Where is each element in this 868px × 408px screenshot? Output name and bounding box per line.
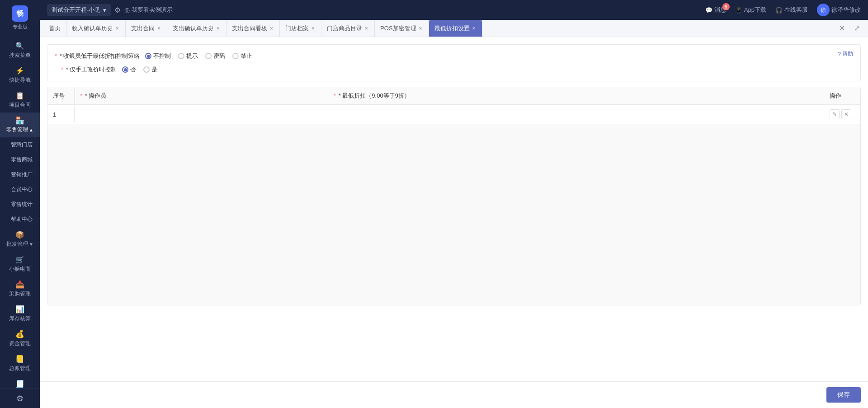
purchase-icon: 📥: [15, 280, 24, 289]
header-left: 测试分开开程-小见 ▾ ⚙ ◎ 我要看实例演示: [47, 4, 705, 16]
page-content: ? 帮助 * * 收银员低于最低折扣控制策略 不控制: [40, 37, 868, 381]
sidebar-item-help[interactable]: 帮助中心: [0, 212, 40, 227]
sidebar-item-member[interactable]: 会员中心: [0, 182, 40, 197]
tab-payment-contract-label: 支出合同: [131, 24, 155, 33]
tab-store-archive-close[interactable]: ×: [311, 24, 316, 33]
tab-store-archive-label: 门店档案: [285, 24, 309, 33]
sidebar-item-ledger[interactable]: 📒 总账管理: [0, 351, 40, 376]
sidebar-item-help-label: 帮助中心: [11, 216, 33, 223]
sidebar-item-ecommerce[interactable]: 🛒 小畅电商: [0, 252, 40, 277]
logo-subtext: 专业版: [13, 23, 28, 30]
tab-close-all-icon[interactable]: ✕: [836, 23, 848, 33]
radio-password-label: 密码: [213, 52, 225, 60]
sidebar-item-shortcut[interactable]: ⚡ 快捷导航: [0, 63, 40, 88]
radio-no-control[interactable]: 不控制: [145, 52, 171, 60]
radio-no-control-circle: [145, 53, 151, 59]
tab-store-archive[interactable]: 门店档案 ×: [280, 20, 321, 37]
radio-password[interactable]: 密码: [205, 52, 225, 60]
message-icon: 💬: [705, 7, 712, 14]
sidebar-item-online-shop[interactable]: 零售商城: [0, 152, 40, 167]
tab-payment-contract-close[interactable]: ×: [156, 24, 161, 33]
app-download-action[interactable]: 📱 App下载: [735, 6, 766, 14]
project-dropdown-icon: ▾: [103, 7, 106, 14]
discount-required: *: [334, 92, 336, 99]
tab-payment-history-close[interactable]: ×: [216, 24, 221, 33]
tab-payment-contract[interactable]: 支出合同 ×: [126, 20, 167, 37]
sidebar-item-finance[interactable]: 💰 资金管理: [0, 326, 40, 351]
radio-forbid[interactable]: 禁止: [232, 52, 252, 60]
tab-store-catalog[interactable]: 门店商品目录 ×: [321, 20, 375, 37]
download-icon: 📱: [735, 7, 742, 14]
row-edit-button[interactable]: ✎: [830, 109, 840, 119]
message-badge: 8: [722, 3, 730, 10]
current-project-selector[interactable]: 测试分开开程-小见 ▾: [47, 4, 111, 16]
sidebar-item-project[interactable]: 📋 项目合同: [0, 88, 40, 113]
table-header: 序号 * * 操作员 * * 最低折扣（9.00等于9折） 操作: [47, 87, 860, 105]
sidebar-item-stats[interactable]: 零售统计: [0, 197, 40, 212]
tab-income-history[interactable]: 收入确认单历史 ×: [66, 20, 126, 37]
tab-expand-icon[interactable]: ⤢: [851, 23, 863, 33]
tab-min-discount[interactable]: 最低折扣设置 ×: [429, 20, 482, 37]
sidebar-menu: 🔍 搜索菜单 ⚡ 快捷导航 📋 项目合同 🏪 零售管理 ▲ 智慧门店: [0, 34, 40, 389]
sidebar-item-inventory[interactable]: 📊 库存核算: [0, 301, 40, 326]
sidebar-item-member-label: 会员中心: [11, 186, 33, 193]
logo-icon: 畅: [12, 5, 28, 22]
radio-no[interactable]: 否: [122, 66, 136, 74]
tab-income-history-close[interactable]: ×: [115, 24, 120, 33]
tab-home[interactable]: 首页: [43, 20, 66, 37]
sidebar-item-purchase-label: 采购管理: [9, 290, 31, 298]
tab-payment-board[interactable]: 支出合同看板 ×: [226, 20, 280, 37]
user-info[interactable]: 徐 徐泽华修改: [817, 4, 861, 16]
tab-payment-history[interactable]: 支出确认单历史 ×: [167, 20, 226, 37]
sidebar-item-stats-label: 零售统计: [11, 201, 33, 208]
sidebar-item-marketing-label: 营销推广: [11, 171, 33, 178]
sidebar-item-online-shop-label: 零售商城: [11, 156, 33, 164]
settings-header-icon[interactable]: ⚙: [114, 6, 121, 14]
radio-remind-label: 提示: [186, 52, 198, 60]
form-section: ? 帮助 * * 收银员低于最低折扣控制策略 不控制: [47, 44, 861, 81]
sidebar-item-invoice[interactable]: 🧾 发票管理: [0, 376, 40, 389]
tab-store-catalog-close[interactable]: ×: [364, 24, 369, 33]
discount-policy-row: * * 收银员低于最低折扣控制策略 不控制 提示: [55, 52, 853, 60]
tab-payment-board-close[interactable]: ×: [269, 24, 274, 33]
sidebar-item-purchase[interactable]: 📥 采购管理: [0, 277, 40, 301]
finance-icon: 💰: [15, 330, 24, 338]
shortcut-icon: ⚡: [15, 66, 24, 75]
radio-password-circle: [205, 53, 212, 59]
row-delete-button[interactable]: ✕: [841, 109, 851, 119]
retail-arrow-icon: ▲: [29, 127, 33, 132]
sidebar-item-retail-label: 零售管理: [6, 126, 28, 134]
save-button[interactable]: 保存: [826, 387, 861, 403]
top-header: 测试分开开程-小见 ▾ ⚙ ◎ 我要看实例演示 💬 消息 8 📱 App下载: [40, 0, 868, 20]
help-button[interactable]: ? 帮助: [838, 50, 853, 58]
content-area: ? 帮助 * * 收银员低于最低折扣控制策略 不控制: [40, 37, 868, 408]
tab-pos-management[interactable]: POS加密管理 ×: [375, 20, 429, 37]
radio-yes-label: 是: [151, 66, 157, 74]
manual-control-label: * * 仅手工改价时控制: [61, 66, 117, 74]
sidebar-item-wholesale-label: 批发管理: [6, 240, 28, 248]
radio-forbid-circle: [232, 53, 239, 59]
radio-remind[interactable]: 提示: [178, 52, 198, 60]
sidebar-bottom: ⚙: [0, 389, 40, 408]
tab-pos-management-close[interactable]: ×: [418, 24, 423, 33]
radio-yes[interactable]: 是: [143, 66, 157, 74]
message-action[interactable]: 💬 消息 8: [705, 6, 726, 14]
sidebar-item-marketing[interactable]: 营销推广: [0, 167, 40, 182]
sidebar-item-search[interactable]: 🔍 搜索菜单: [0, 38, 40, 63]
demo-link[interactable]: ◎ 我要看实例演示: [124, 6, 173, 14]
col-operator-header: * * 操作员: [75, 87, 328, 104]
inventory-icon: 📊: [15, 305, 24, 314]
sidebar-item-smart-store[interactable]: 智慧门店: [0, 137, 40, 152]
header-right: 💬 消息 8 📱 App下载 🎧 在线客服 徐 徐泽华修改: [705, 4, 861, 16]
sidebar-item-retail[interactable]: 🏪 零售管理 ▲: [0, 113, 40, 137]
tab-home-label: 首页: [49, 24, 61, 33]
tab-min-discount-close[interactable]: ×: [472, 24, 476, 33]
online-support-action[interactable]: 🎧 在线客服: [775, 6, 808, 14]
sidebar-item-wholesale[interactable]: 📦 批发管理 ▼: [0, 227, 40, 252]
settings-icon[interactable]: ⚙: [16, 394, 24, 403]
ledger-icon: 📒: [15, 355, 24, 363]
radio-no-label: 否: [130, 66, 136, 74]
discount-policy-options: 不控制 提示 密码 禁: [145, 52, 252, 60]
tab-pos-management-label: POS加密管理: [380, 24, 416, 33]
tab-store-catalog-label: 门店商品目录: [327, 24, 362, 33]
